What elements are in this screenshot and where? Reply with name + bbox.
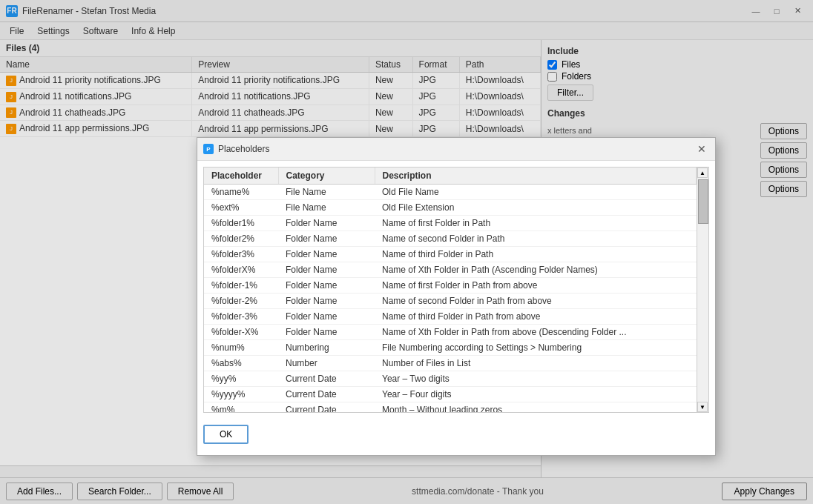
- cell-placeholder: %folderX%: [204, 262, 278, 278]
- modal-overlay: P Placeholders ✕ Placeholder Category: [0, 0, 813, 504]
- placeholder-row[interactable]: %folder1% Folder Name Name of first Fold…: [204, 216, 697, 231]
- dialog-close-button[interactable]: ✕: [694, 142, 709, 156]
- placeholder-table-container: Placeholder Category Description %name% …: [203, 167, 709, 413]
- cell-category: Folder Name: [278, 294, 375, 309]
- cell-placeholder: %folder2%: [204, 231, 278, 247]
- cell-category: Current Date: [278, 387, 375, 402]
- cell-category: Folder Name: [278, 216, 375, 231]
- dialog-icon: P: [203, 144, 214, 154]
- cell-category: Folder Name: [278, 325, 375, 340]
- placeholder-header-row: Placeholder Category Description: [204, 168, 697, 185]
- cell-placeholder: %yy%: [204, 371, 278, 387]
- placeholder-row[interactable]: %folder2% Folder Name Name of second Fol…: [204, 231, 697, 247]
- cell-category: Folder Name: [278, 309, 375, 325]
- cell-category: File Name: [278, 185, 375, 200]
- cell-placeholder: %folder-X%: [204, 325, 278, 340]
- cell-description: Name of Xth Folder in Path (Ascending Fo…: [375, 262, 697, 278]
- dialog-body: Placeholder Category Description %name% …: [197, 161, 715, 419]
- scroll-thumb[interactable]: [698, 179, 708, 224]
- cell-description: Old File Extension: [375, 200, 697, 216]
- cell-placeholder: %folder-3%: [204, 309, 278, 325]
- cell-description: File Numbering according to Settings > N…: [375, 340, 697, 356]
- placeholder-row[interactable]: %num% Numbering File Numbering according…: [204, 340, 697, 356]
- ok-button[interactable]: OK: [203, 425, 248, 444]
- dialog-title-bar: P Placeholders ✕: [197, 138, 715, 161]
- placeholder-row[interactable]: %ext% File Name Old File Extension: [204, 200, 697, 216]
- scroll-down-arrow[interactable]: ▼: [697, 402, 708, 412]
- col-description-header: Description: [375, 168, 697, 185]
- cell-placeholder: %m%: [204, 402, 278, 413]
- placeholder-row[interactable]: %folder-3% Folder Name Name of third Fol…: [204, 309, 697, 325]
- cell-description: Old File Name: [375, 185, 697, 200]
- cell-category: Numbering: [278, 340, 375, 356]
- cell-placeholder: %abs%: [204, 356, 278, 371]
- cell-description: Name of third Folder in Path from above: [375, 309, 697, 325]
- placeholder-row[interactable]: %yyyy% Current Date Year – Four digits: [204, 387, 697, 402]
- cell-category: File Name: [278, 200, 375, 216]
- placeholder-row[interactable]: %yy% Current Date Year – Two digits: [204, 371, 697, 387]
- placeholder-row[interactable]: %folderX% Folder Name Name of Xth Folder…: [204, 262, 697, 278]
- cell-placeholder: %name%: [204, 185, 278, 200]
- placeholders-dialog: P Placeholders ✕ Placeholder Category: [197, 137, 716, 456]
- cell-category: Current Date: [278, 371, 375, 387]
- cell-placeholder: %ext%: [204, 200, 278, 216]
- dialog-footer: OK: [197, 419, 715, 450]
- dialog-title-left: P Placeholders: [203, 144, 269, 154]
- placeholder-row[interactable]: %folder-X% Folder Name Name of Xth Folde…: [204, 325, 697, 340]
- cell-description: Year – Four digits: [375, 387, 697, 402]
- cell-description: Number of Files in List: [375, 356, 697, 371]
- placeholder-row[interactable]: %abs% Number Number of Files in List: [204, 356, 697, 371]
- cell-category: Folder Name: [278, 262, 375, 278]
- cell-category: Number: [278, 356, 375, 371]
- placeholder-table: Placeholder Category Description %name% …: [204, 168, 697, 412]
- placeholder-row[interactable]: %m% Current Date Month – Without leading…: [204, 402, 697, 413]
- cell-placeholder: %folder-2%: [204, 294, 278, 309]
- cell-placeholder: %folder1%: [204, 216, 278, 231]
- placeholder-row[interactable]: %name% File Name Old File Name: [204, 185, 697, 200]
- cell-category: Folder Name: [278, 231, 375, 247]
- col-placeholder-header: Placeholder: [204, 168, 278, 185]
- cell-description: Year – Two digits: [375, 371, 697, 387]
- placeholder-row[interactable]: %folder3% Folder Name Name of third Fold…: [204, 247, 697, 262]
- cell-placeholder: %num%: [204, 340, 278, 356]
- cell-description: Month – Without leading zeros: [375, 402, 697, 413]
- cell-description: Name of second Folder in Path from above: [375, 294, 697, 309]
- cell-placeholder: %folder-1%: [204, 278, 278, 294]
- cell-description: Name of second Folder in Path: [375, 231, 697, 247]
- col-category-header: Category: [278, 168, 375, 185]
- placeholder-row[interactable]: %folder-2% Folder Name Name of second Fo…: [204, 294, 697, 309]
- dialog-title-text: Placeholders: [218, 144, 269, 154]
- cell-description: Name of first Folder in Path: [375, 216, 697, 231]
- cell-placeholder: %yyyy%: [204, 387, 278, 402]
- scroll-up-arrow[interactable]: ▲: [697, 168, 708, 178]
- cell-description: Name of third Folder in Path: [375, 247, 697, 262]
- cell-category: Current Date: [278, 402, 375, 413]
- placeholder-row[interactable]: %folder-1% Folder Name Name of first Fol…: [204, 278, 697, 294]
- cell-category: Folder Name: [278, 247, 375, 262]
- cell-description: Name of first Folder in Path from above: [375, 278, 697, 294]
- cell-description: Name of Xth Folder in Path from above (D…: [375, 325, 697, 340]
- cell-category: Folder Name: [278, 278, 375, 294]
- cell-placeholder: %folder3%: [204, 247, 278, 262]
